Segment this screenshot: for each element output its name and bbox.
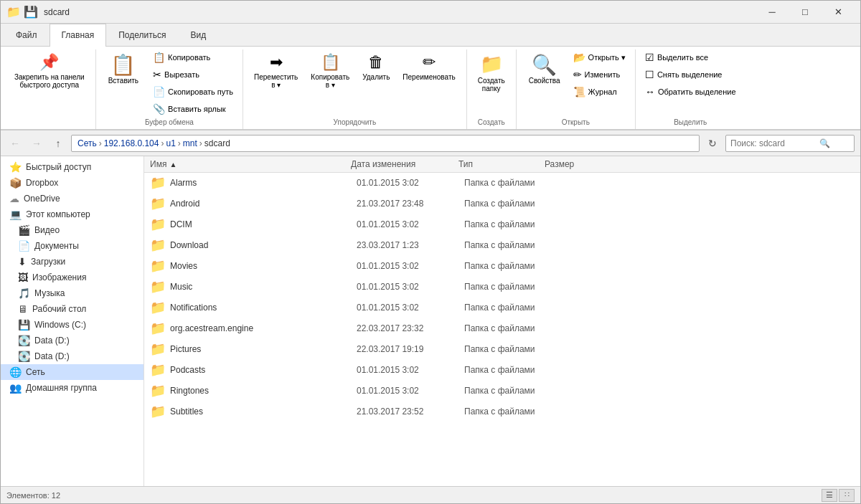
sidebar-item-homegroup[interactable]: 👥 Домашняя группа (1, 380, 144, 396)
folder-icon: 📁 (150, 404, 166, 419)
folder-icon: 📁 (150, 320, 166, 336)
open-button[interactable]: 📂 Открыть ▾ (570, 49, 629, 65)
sidebar-item-windowsc[interactable]: 💾 Windows (C:) (1, 317, 144, 333)
sidebar-item-desktop[interactable]: 🖥 Рабочий стол (1, 301, 144, 317)
address-path[interactable]: Сеть › 192.168.0.104 › u1 › mnt › sdcard (71, 135, 700, 152)
table-row[interactable]: 📁 Podcasts 01.01.2015 3:02 Папка с файла… (144, 360, 860, 381)
file-rows: 📁 Alarms 01.01.2015 3:02 Папка с файлами… (144, 173, 860, 422)
sidebar-item-datad1[interactable]: 💽 Data (D:) (1, 333, 144, 348)
downloads-icon: ⬇ (18, 256, 27, 267)
ribbon-select-content: ☑ Выделить все ☐ Снять выделение ↔ Обрат… (641, 49, 740, 117)
cut-button[interactable]: ✂ Вырезать (149, 67, 237, 82)
pin-label: Закрепить на панелибыстрого доступа (14, 73, 85, 89)
table-row[interactable]: 📁 Android 21.03.2017 23:48 Папка с файла… (144, 194, 860, 214)
file-date: 22.03.2017 19:19 (357, 344, 464, 354)
sidebar-label-music: Музыка (34, 288, 65, 298)
rename-icon: ✏ (423, 53, 436, 72)
sidebar-item-dropbox[interactable]: 📦 Dropbox (1, 175, 144, 191)
delete-button[interactable]: 🗑 Удалить (357, 49, 395, 85)
breadcrumb-ip[interactable]: 192.168.0.104 (104, 138, 159, 148)
pasteshortcut-button[interactable]: 📎 Вставить ярлык (149, 101, 237, 117)
folder-icon: 📁 (150, 217, 166, 232)
rename-button[interactable]: ✏ Переименовать (397, 49, 460, 85)
col-header-type[interactable]: Тип (458, 159, 545, 169)
copyto-button[interactable]: 📋 Копироватьв ▾ (306, 49, 354, 92)
table-row[interactable]: 📁 Ringtones 01.01.2015 3:02 Папка с файл… (144, 381, 860, 401)
breadcrumb-u1[interactable]: u1 (166, 138, 175, 148)
details-view-button[interactable]: ☰ (822, 489, 837, 502)
history-button[interactable]: 📜 Журнал (570, 84, 629, 100)
invertselection-button[interactable]: ↔ Обратить выделение (641, 84, 740, 100)
tab-home[interactable]: Главная (50, 24, 107, 47)
file-date: 01.01.2015 3:02 (357, 178, 464, 188)
table-row[interactable]: 📁 Notifications 01.01.2015 3:02 Папка с … (144, 298, 860, 318)
properties-button[interactable]: 🔍 Свойства (522, 49, 567, 88)
table-row[interactable]: 📁 Subtitles 21.03.2017 23:52 Папка с фай… (144, 401, 860, 422)
cut-label: Вырезать (164, 70, 199, 79)
moveto-button[interactable]: ➡ Переместитьв ▾ (249, 49, 303, 92)
sidebar-item-thispc[interactable]: 💻 Этот компьютер (1, 206, 144, 222)
tab-file[interactable]: Файл (4, 24, 50, 46)
copy-button[interactable]: 📋 Копировать (149, 49, 237, 65)
breadcrumb-network[interactable]: Сеть (77, 138, 97, 148)
file-list: Имя ▲ Дата изменения Тип Размер 📁 Alarms… (144, 156, 860, 486)
file-name: Podcasts (170, 365, 357, 375)
deselectall-button[interactable]: ☐ Снять выделение (641, 67, 740, 82)
sidebar-item-downloads[interactable]: ⬇ Загрузки (1, 254, 144, 270)
col-header-size[interactable]: Размер (545, 159, 616, 169)
table-row[interactable]: 📁 Pictures 22.03.2017 19:19 Папка с файл… (144, 339, 860, 360)
ribbon: 📌 Закрепить на панелибыстрого доступа 📋 … (1, 47, 860, 130)
table-row[interactable]: 📁 Alarms 01.01.2015 3:02 Папка с файлами (144, 173, 860, 194)
newfolder-button[interactable]: 📁 Создатьпапку (473, 49, 510, 96)
table-row[interactable]: 📁 Download 23.03.2017 1:23 Папка с файла… (144, 235, 860, 256)
copypath-button[interactable]: 📄 Скопировать путь (149, 84, 237, 100)
sidebar-item-documents[interactable]: 📄 Документы (1, 238, 144, 254)
search-input[interactable] (730, 138, 817, 148)
file-name: Subtitles (170, 406, 357, 417)
sidebar-item-quickaccess[interactable]: ⭐ Быстрый доступ (1, 159, 144, 175)
sidebar-item-video[interactable]: 🎬 Видео (1, 222, 144, 238)
forward-button[interactable]: → (28, 135, 45, 152)
sidebar-label-video: Видео (34, 225, 60, 235)
edit-button[interactable]: ✏ Изменить (570, 67, 629, 82)
close-button[interactable]: ✕ (822, 1, 855, 24)
datad2-icon: 💽 (18, 351, 30, 362)
minimize-button[interactable]: ─ (756, 1, 789, 24)
table-row[interactable]: 📁 Movies 01.01.2015 3:02 Папка с файлами (144, 256, 860, 277)
breadcrumb-mnt[interactable]: mnt (183, 138, 197, 148)
sidebar-item-network[interactable]: 🌐 Сеть (1, 364, 144, 380)
folder-icon: 📁 (150, 237, 166, 253)
sidebar-item-datad2[interactable]: 💽 Data (D:) (1, 348, 144, 364)
table-row[interactable]: 📁 DCIM 01.01.2015 3:02 Папка с файлами (144, 214, 860, 235)
pasteshortcut-label: Вставить ярлык (168, 105, 226, 113)
edit-icon: ✏ (573, 69, 582, 80)
folder-icon: 📁 (150, 362, 166, 378)
selectall-button[interactable]: ☑ Выделить все (641, 49, 740, 65)
sidebar-item-music[interactable]: 🎵 Музыка (1, 285, 144, 301)
tab-view[interactable]: Вид (178, 24, 218, 46)
paste-button[interactable]: 📋 Вставить (102, 49, 145, 88)
sidebar-item-images[interactable]: 🖼 Изображения (1, 270, 144, 285)
back-button[interactable]: ← (6, 135, 24, 152)
tiles-view-button[interactable]: ∷ (839, 489, 855, 502)
file-type: Папка с файлами (464, 261, 550, 271)
ribbon-open-content: 🔍 Свойства 📂 Открыть ▾ ✏ Изменить 📜 Журн… (522, 49, 629, 117)
folder-title-icon: 📁 (6, 5, 21, 19)
tab-share[interactable]: Поделиться (106, 24, 178, 46)
ribbon-tabs: Файл Главная Поделиться Вид (1, 24, 860, 47)
col-header-date[interactable]: Дата изменения (351, 159, 458, 169)
sidebar-label-onedrive: OneDrive (24, 194, 60, 204)
refresh-button[interactable]: ↻ (704, 135, 721, 152)
sidebar-item-onedrive[interactable]: ☁ OneDrive (1, 191, 144, 206)
file-type: Папка с файлами (464, 199, 550, 209)
up-button[interactable]: ↑ (50, 135, 67, 152)
file-date: 01.01.2015 3:02 (357, 282, 464, 292)
col-header-name[interactable]: Имя ▲ (150, 159, 351, 169)
search-box[interactable]: 🔍 (725, 135, 855, 152)
table-row[interactable]: 📁 Music 01.01.2015 3:02 Папка с файлами (144, 277, 860, 298)
pin-button[interactable]: 📌 Закрепить на панелибыстрого доступа (9, 49, 90, 92)
maximize-button[interactable]: □ (789, 1, 822, 24)
video-icon: 🎬 (18, 224, 30, 236)
table-row[interactable]: 📁 org.acestream.engine 22.03.2017 23:32 … (144, 318, 860, 339)
sidebar-label-datad2: Data (D:) (34, 351, 70, 361)
